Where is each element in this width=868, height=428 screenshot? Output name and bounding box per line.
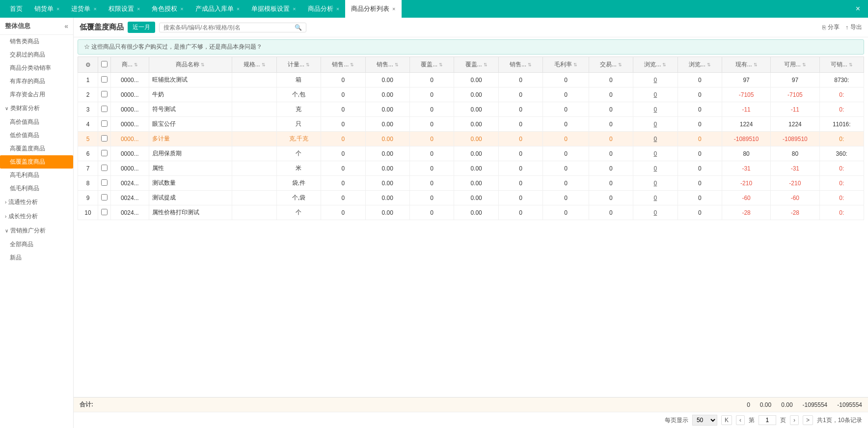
settings-header[interactable]: ⚙ bbox=[78, 57, 98, 73]
row-name[interactable]: 属性 bbox=[149, 161, 232, 176]
row-browse1[interactable]: 0 bbox=[633, 102, 678, 117]
close-icon[interactable]: × bbox=[237, 6, 240, 12]
row-browse1[interactable]: 0 bbox=[633, 146, 678, 161]
sidebar-item-category-rate[interactable]: 商品分类动销率 bbox=[0, 61, 73, 75]
sidebar-item-high-coverage[interactable]: 高覆盖度商品 bbox=[0, 142, 73, 155]
nav-product-inbound[interactable]: 产成品入库单 × bbox=[190, 0, 245, 18]
row-browse1[interactable]: 0 bbox=[633, 132, 678, 146]
row-browse1[interactable]: 0 bbox=[633, 73, 678, 87]
sort-icon[interactable]: ⇅ bbox=[350, 62, 354, 67]
first-page-button[interactable]: K bbox=[721, 415, 732, 425]
row-checkbox[interactable] bbox=[98, 73, 111, 87]
row-name[interactable]: 测试提成 bbox=[149, 191, 232, 205]
last-page-button[interactable]: > bbox=[803, 415, 813, 425]
next-page-button[interactable]: › bbox=[790, 415, 799, 425]
sidebar-collapse-button[interactable]: « bbox=[64, 22, 68, 30]
sort-icon[interactable]: ⇅ bbox=[439, 62, 443, 67]
sidebar-item-low-coverage[interactable]: 低覆盖度商品 bbox=[0, 155, 73, 169]
row-browse2: 0 bbox=[678, 205, 722, 220]
row-checkbox[interactable] bbox=[98, 176, 111, 191]
nav-purchase[interactable]: 进货单 × bbox=[65, 0, 102, 18]
th-sellable: 可销...⇅ bbox=[819, 57, 864, 73]
row-browse1[interactable]: 0 bbox=[633, 176, 678, 191]
row-checkbox[interactable] bbox=[98, 117, 111, 132]
per-page-select[interactable]: 50 20 100 200 bbox=[692, 415, 717, 426]
checkbox-header[interactable] bbox=[98, 57, 111, 73]
sort-icon[interactable]: ⇅ bbox=[618, 62, 622, 67]
row-checkbox[interactable] bbox=[98, 205, 111, 220]
row-browse1[interactable]: 0 bbox=[633, 205, 678, 220]
sort-icon[interactable]: ⇅ bbox=[849, 62, 853, 67]
export-button[interactable]: ↑ 导出 bbox=[845, 23, 862, 31]
select-all-checkbox[interactable] bbox=[101, 61, 108, 67]
time-filter-button[interactable]: 近一月 bbox=[128, 22, 155, 33]
nav-role[interactable]: 角色授权 × bbox=[146, 0, 189, 18]
window-close-button[interactable]: × bbox=[852, 4, 864, 13]
sort-icon[interactable]: ⇅ bbox=[528, 62, 532, 67]
share-button[interactable]: ⎘ 分享 bbox=[822, 23, 840, 31]
close-icon[interactable]: × bbox=[93, 6, 96, 12]
row-browse1[interactable]: 0 bbox=[633, 161, 678, 176]
sort-icon[interactable]: ⇅ bbox=[802, 62, 806, 67]
nav-sales-order[interactable]: 销货单 × bbox=[28, 0, 65, 18]
sidebar-item-stock-goods[interactable]: 有库存的商品 bbox=[0, 75, 73, 88]
row-browse1[interactable]: 0 bbox=[633, 87, 678, 102]
sort-icon[interactable]: ⇅ bbox=[395, 62, 399, 67]
sidebar-item-new-goods[interactable]: 新品 bbox=[0, 251, 73, 264]
search-input[interactable] bbox=[163, 24, 295, 31]
row-checkbox[interactable] bbox=[98, 161, 111, 176]
sidebar-group-liquidity[interactable]: › 流通性分析 bbox=[0, 195, 73, 209]
row-checkbox[interactable] bbox=[98, 102, 111, 117]
nav-permission[interactable]: 权限设置 × bbox=[103, 0, 146, 18]
sort-icon[interactable]: ⇅ bbox=[134, 62, 138, 67]
sidebar-group-growth[interactable]: › 成长性分析 bbox=[0, 209, 73, 224]
row-name[interactable]: 旺辅批次测试 bbox=[149, 73, 232, 87]
sidebar-group-wealth[interactable]: ∨ 类财富分析 bbox=[0, 101, 73, 115]
close-icon[interactable]: × bbox=[293, 6, 296, 12]
row-name[interactable]: 牛奶 bbox=[149, 87, 232, 102]
sort-icon[interactable]: ⇅ bbox=[573, 62, 577, 67]
row-name[interactable]: 多计量 bbox=[149, 132, 232, 146]
close-icon[interactable]: × bbox=[56, 6, 59, 12]
sort-icon[interactable]: ⇅ bbox=[201, 62, 205, 67]
close-icon[interactable]: × bbox=[180, 6, 183, 12]
row-browse1[interactable]: 0 bbox=[633, 191, 678, 205]
sort-icon[interactable]: ⇅ bbox=[707, 62, 711, 67]
close-icon[interactable]: × bbox=[336, 6, 339, 12]
row-checkbox[interactable] bbox=[98, 191, 111, 205]
sort-icon[interactable]: ⇅ bbox=[662, 62, 666, 67]
sort-icon[interactable]: ⇅ bbox=[754, 62, 758, 67]
th-code: 商...⇅ bbox=[111, 57, 149, 73]
page-title: 低覆盖度商品 bbox=[80, 23, 124, 32]
prev-page-button[interactable]: ‹ bbox=[736, 415, 745, 425]
row-checkbox[interactable] bbox=[98, 87, 111, 102]
close-icon[interactable]: × bbox=[137, 6, 140, 12]
row-browse1[interactable]: 0 bbox=[633, 117, 678, 132]
sort-icon[interactable]: ⇅ bbox=[484, 62, 488, 67]
sidebar-item-capital[interactable]: 库存资金占用 bbox=[0, 88, 73, 101]
row-name[interactable]: 启用保质期 bbox=[149, 146, 232, 161]
row-name[interactable]: 测试数量 bbox=[149, 176, 232, 191]
sidebar-item-high-profit[interactable]: 高毛利商品 bbox=[0, 169, 73, 182]
nav-template[interactable]: 单据模板设置 × bbox=[245, 0, 301, 18]
sidebar-item-high-value[interactable]: 高价值商品 bbox=[0, 115, 73, 129]
nav-goods-analysis[interactable]: 商品分析 × bbox=[302, 0, 345, 18]
page-input[interactable] bbox=[759, 415, 776, 425]
sidebar-item-low-value[interactable]: 低价值商品 bbox=[0, 129, 73, 142]
row-checkbox[interactable] bbox=[98, 146, 111, 161]
sidebar-group-marketing[interactable]: ∨ 营销推广分析 bbox=[0, 224, 73, 238]
row-checkbox[interactable] bbox=[98, 132, 111, 146]
close-icon[interactable]: × bbox=[392, 6, 395, 12]
row-name[interactable]: 符号测试 bbox=[149, 102, 232, 117]
row-name[interactable]: 眼宝公仔 bbox=[149, 117, 232, 132]
sort-icon[interactable]: ⇅ bbox=[262, 62, 266, 67]
sidebar-item-low-profit[interactable]: 低毛利商品 bbox=[0, 182, 73, 195]
sidebar-item-sales-goods[interactable]: 销售类商品 bbox=[0, 35, 73, 48]
row-name[interactable]: 属性价格打印测试 bbox=[149, 205, 232, 220]
nav-goods-analysis-list[interactable]: 商品分析列表 × bbox=[345, 0, 401, 18]
sidebar-item-traded-goods[interactable]: 交易过的商品 bbox=[0, 48, 73, 61]
nav-home[interactable]: 首页 bbox=[4, 0, 28, 18]
sidebar-item-all-goods[interactable]: 全部商品 bbox=[0, 238, 73, 251]
sort-icon[interactable]: ⇅ bbox=[306, 62, 310, 67]
search-icon[interactable]: 🔍 bbox=[295, 24, 302, 31]
